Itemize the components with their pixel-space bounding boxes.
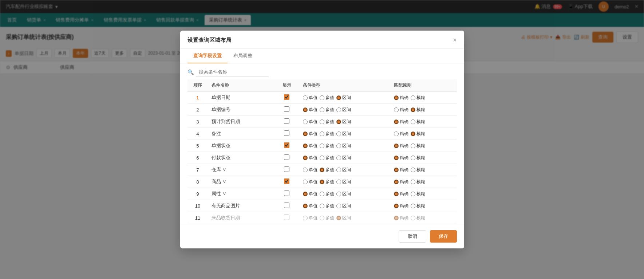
modal-close-button[interactable]: × bbox=[453, 36, 457, 44]
modal-tabs: 查询字段设置 布局调整 bbox=[180, 49, 464, 63]
modal-tab-layout-label: 布局调整 bbox=[233, 53, 252, 58]
search-input[interactable] bbox=[196, 68, 269, 74]
modal-overlay: 设置查询区域布局 × 查询字段设置 布局调整 🔍 顺序 条件名称 bbox=[0, 0, 644, 74]
settings-modal: 设置查询区域布局 × 查询字段设置 布局调整 🔍 顺序 条件名称 bbox=[180, 31, 464, 74]
modal-title: 设置查询区域布局 bbox=[187, 37, 231, 44]
modal-tab-query-label: 查询字段设置 bbox=[193, 53, 222, 58]
modal-tab-query-fields[interactable]: 查询字段设置 bbox=[187, 49, 228, 63]
search-area: 🔍 bbox=[180, 63, 464, 74]
search-icon: 🔍 bbox=[187, 69, 194, 74]
modal-header: 设置查询区域布局 × bbox=[180, 31, 464, 49]
modal-tab-layout[interactable]: 布局调整 bbox=[228, 49, 258, 63]
